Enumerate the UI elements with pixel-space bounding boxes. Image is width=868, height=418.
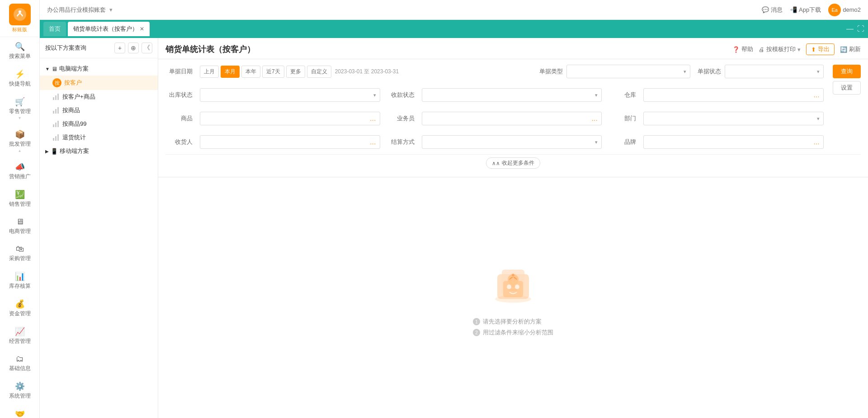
query-btn[interactable]: 查询 xyxy=(833,65,861,78)
date-btn-this-month[interactable]: 本月 xyxy=(221,66,240,78)
header-left: 办公用品行业模拟账套 ▾ xyxy=(47,6,113,14)
refresh-btn[interactable]: 🔄 刷新 xyxy=(840,45,861,53)
export-icon: ⬆ xyxy=(811,46,816,53)
tree-child-by-product-99[interactable]: 按商品99 xyxy=(40,117,158,131)
tab-home[interactable]: 首页 xyxy=(43,22,66,36)
tab-minimize-btn[interactable]: — xyxy=(846,25,854,33)
system-icon: ⚙️ xyxy=(15,381,25,391)
filter-row-4: 收货人 … 结算方式 ▾ 品牌 xyxy=(165,135,824,149)
tip-text-1: 请先选择要分析的方案 xyxy=(483,318,542,326)
sidebar-item-purchase[interactable]: 🛍 采购管理 xyxy=(0,240,39,267)
user-area[interactable]: Ea demo2 xyxy=(828,4,861,16)
filter-cell-doc-type: 单据类型 ▾ xyxy=(539,65,690,78)
tree-child-return-stat[interactable]: 退货统计 xyxy=(40,131,158,144)
department-input[interactable]: ▾ xyxy=(643,112,824,125)
sidebar-item-system[interactable]: ⚙️ 系统管理 xyxy=(0,377,39,404)
tab-bar-right: — ⛶ xyxy=(846,25,864,33)
doc-status-arrow: ▾ xyxy=(817,69,820,75)
sidebar-item-inventory[interactable]: 📊 库存核算 xyxy=(0,267,39,294)
return-stat-label: 退货统计 xyxy=(62,133,86,142)
sales-icon: 💹 xyxy=(15,190,25,200)
sidebar-item-operations[interactable]: 📈 经营管理 xyxy=(0,322,39,350)
sidebar-item-corp[interactable]: 🤝 企业协同 xyxy=(0,404,39,418)
help-label: 帮助 xyxy=(741,45,753,53)
sidebar-item-wholesale[interactable]: 📦 批发管理 ▴ xyxy=(0,125,39,157)
svg-rect-5 xyxy=(53,111,54,114)
tree-child-by-product[interactable]: 按商品 xyxy=(40,104,158,117)
svg-rect-2 xyxy=(53,97,54,100)
svg-point-0 xyxy=(14,8,26,21)
help-btn[interactable]: ❓ 帮助 xyxy=(732,45,753,53)
settings-btn[interactable]: 设置 xyxy=(833,81,861,95)
tab-close-btn[interactable]: ✕ xyxy=(140,26,144,32)
sidebar-item-marketing[interactable]: 📣 营销推广 xyxy=(0,157,39,185)
sidebar-item-sales[interactable]: 💹 销售管理 xyxy=(0,185,39,213)
corp-icon: 🤝 xyxy=(15,409,25,418)
marketing-icon: 📣 xyxy=(15,162,25,172)
filter-area: 单据日期 上月 本月 本年 近7天 更多 自定义 2023-03-01 至 20… xyxy=(158,59,868,177)
sidebar-item-basic[interactable]: 🗂 基础信息 xyxy=(0,350,39,377)
app-download-btn[interactable]: 📲 App下载 xyxy=(790,6,821,14)
sidebar-inventory-label: 库存核算 xyxy=(9,282,31,290)
by-product-label: 按商品 xyxy=(62,106,80,114)
print-icon: 🖨 xyxy=(759,46,764,53)
sidebar-menu: 🔍 搜索菜单 ⚡ 快捷导航 🛒 零售管理 ▾ 📦 批发管理 ▴ 📣 营销推广 💹… xyxy=(0,37,39,418)
add-scheme-btn[interactable]: + xyxy=(114,43,125,53)
tree-parent-desktop[interactable]: ▼ 🖥 电脑端方案 xyxy=(40,62,158,76)
retail-icon: 🛒 xyxy=(15,97,25,107)
tree-parent-mobile[interactable]: ▶ 📱 移动端方案 xyxy=(40,144,158,158)
sidebar-item-quicknav[interactable]: ⚡ 快捷导航 xyxy=(0,65,39,92)
print-btn[interactable]: 🖨 按模板打印 ▾ xyxy=(759,45,801,53)
product-input[interactable]: … xyxy=(200,112,380,125)
payment-status-input[interactable]: ▾ xyxy=(422,88,602,102)
payment-status-label: 收款状态 xyxy=(387,91,415,99)
svg-rect-8 xyxy=(53,124,54,127)
tab-maximize-btn[interactable]: ⛶ xyxy=(857,25,864,33)
brand-input[interactable]: … xyxy=(643,135,824,149)
date-btn-last-month[interactable]: 上月 xyxy=(200,66,219,78)
sidebar-wholesale-label: 批发管理 xyxy=(9,140,31,148)
collapse-btn[interactable]: ∧∧ 收起更多条件 xyxy=(486,157,540,169)
collapse-panel-btn[interactable]: 《 xyxy=(142,43,152,53)
date-btn-last-7[interactable]: 近7天 xyxy=(262,66,284,78)
collapse-icon: ∧∧ xyxy=(492,160,500,166)
edit-scheme-btn[interactable]: ⊕ xyxy=(128,43,139,53)
sidebar-item-finance[interactable]: 💰 资金管理 xyxy=(0,294,39,322)
sidebar-item-ecommerce[interactable]: 🖥 电商管理 xyxy=(0,213,39,240)
tab-sales-stat[interactable]: 销货单统计表（按客户） ✕ xyxy=(68,22,150,36)
date-btn-this-year[interactable]: 本年 xyxy=(241,66,260,78)
date-btn-more[interactable]: 更多 xyxy=(286,66,305,78)
salesperson-dots: … xyxy=(591,115,598,122)
tree-child-by-customer[interactable]: 按 按客户 xyxy=(40,76,158,90)
recipient-input[interactable]: … xyxy=(200,135,380,149)
tree-child-by-customer-product[interactable]: 按客户+商品 xyxy=(40,90,158,104)
message-btn[interactable]: 💬 消息 xyxy=(762,6,783,14)
salesperson-input[interactable]: … xyxy=(422,112,602,125)
tip-num-2: 2 xyxy=(473,329,480,336)
svg-rect-7 xyxy=(57,107,59,114)
sidebar-marketing-label: 营销推广 xyxy=(9,173,31,180)
app-title: 办公用品行业模拟账套 xyxy=(47,6,106,14)
doc-type-input[interactable]: ▾ xyxy=(566,65,690,78)
content-wrapper: 按以下方案查询 + ⊕ 《 ▼ 🖥 电脑端方案 按 按客户 xyxy=(40,38,868,418)
date-group: 上月 本月 本年 近7天 更多 自定义 2023-03-01 至 2023-03… xyxy=(200,66,399,78)
ship-status-input[interactable]: ▾ xyxy=(200,88,380,102)
sidebar-item-retail[interactable]: 🛒 零售管理 ▾ xyxy=(0,92,39,125)
logo-icon[interactable] xyxy=(9,4,31,25)
doc-status-input[interactable]: ▾ xyxy=(725,65,824,78)
date-label: 单据日期 xyxy=(165,67,193,76)
sidebar-ecommerce-label: 电商管理 xyxy=(9,228,31,235)
empty-tip-2: 2 用过滤条件来缩小分析范围 xyxy=(473,328,553,337)
sidebar-item-search[interactable]: 🔍 搜索菜单 xyxy=(0,37,39,65)
date-btn-custom[interactable]: 自定义 xyxy=(307,66,331,78)
export-btn[interactable]: ⬆ 导出 xyxy=(806,43,835,55)
svg-rect-9 xyxy=(55,123,57,127)
page-title-bar: 销货单统计表（按客户） ❓ 帮助 🖨 按模板打印 ▾ ⬆ 导出 xyxy=(158,38,868,59)
warehouse-input[interactable]: … xyxy=(643,88,824,102)
settlement-input[interactable]: ▾ xyxy=(422,135,602,149)
tab-bar: 首页 销货单统计表（按客户） ✕ — ⛶ xyxy=(40,20,868,38)
dropdown-arrow[interactable]: ▾ xyxy=(109,6,113,13)
svg-point-22 xyxy=(515,285,519,289)
logo-label: 标账版 xyxy=(12,26,27,33)
wholesale-arrow: ▴ xyxy=(19,148,21,153)
